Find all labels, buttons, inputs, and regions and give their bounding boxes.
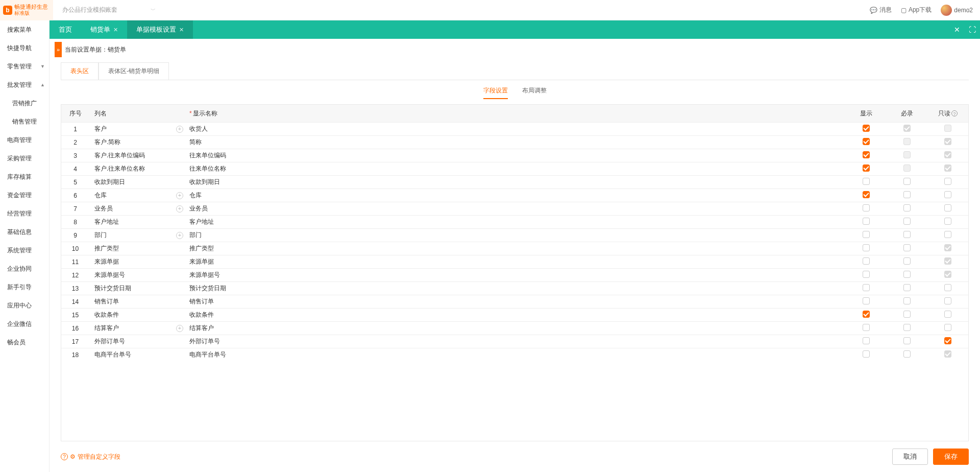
close-all-tabs-button[interactable]: ✕ (949, 20, 965, 39)
checkbox[interactable] (863, 337, 870, 344)
sidebar-item[interactable]: 基础信息 (0, 223, 49, 241)
sidebar-item[interactable]: 销售管理 (0, 112, 49, 131)
sidebar-item[interactable]: 经营管理 (0, 204, 49, 223)
checkbox[interactable] (944, 231, 951, 238)
sidebar-item[interactable]: 新手引导 (0, 278, 49, 296)
checkbox[interactable] (903, 271, 911, 278)
sidebar-item[interactable]: 快捷导航 (0, 39, 49, 57)
checkbox[interactable] (903, 204, 911, 211)
sidebar-item[interactable]: 资金管理 (0, 186, 49, 204)
display-name-cell[interactable]: 推广类型 (184, 244, 846, 253)
checkbox[interactable] (863, 231, 870, 238)
sidebar-item[interactable]: 搜索菜单 (0, 20, 49, 39)
sidebar-item[interactable]: 营销推广 (0, 94, 49, 112)
display-name-cell[interactable]: 仓库 (184, 191, 846, 200)
sidebar-item[interactable]: 企业协同 (0, 259, 49, 278)
plus-icon[interactable]: + (176, 192, 183, 199)
plus-icon[interactable]: + (176, 325, 183, 332)
section-tab[interactable]: 表体区-销货单明细 (99, 62, 169, 80)
checkbox[interactable] (863, 164, 870, 172)
checkbox[interactable] (944, 178, 951, 185)
checkbox[interactable] (863, 297, 870, 304)
checkbox[interactable] (903, 324, 911, 331)
display-name-cell[interactable]: 往来单位编码 (184, 151, 846, 160)
checkbox[interactable] (903, 337, 911, 344)
checkbox[interactable] (863, 191, 870, 198)
checkbox[interactable] (863, 138, 870, 145)
checkbox[interactable] (944, 297, 951, 304)
checkbox[interactable] (944, 284, 951, 291)
checkbox[interactable] (903, 311, 911, 318)
display-name-cell[interactable]: 简称 (184, 138, 846, 147)
checkbox[interactable] (903, 297, 911, 304)
sidebar-item[interactable]: 批发管理▲ (0, 76, 49, 94)
sidebar-item[interactable]: 应用中心 (0, 296, 49, 315)
display-name-cell[interactable]: 业务员 (184, 204, 846, 213)
checkbox[interactable] (903, 178, 911, 185)
account-set-selector[interactable]: 办公品行业模拟账套 ﹀ (62, 6, 156, 14)
checkbox[interactable] (863, 125, 870, 132)
checkbox[interactable] (903, 218, 911, 225)
tab[interactable]: 首页 (50, 20, 81, 39)
display-name-cell[interactable]: 外部订单号 (184, 337, 846, 346)
checkbox[interactable] (944, 218, 951, 225)
display-name-cell[interactable]: 收款到期日 (184, 178, 846, 186)
checkbox[interactable] (863, 178, 870, 185)
messages-button[interactable]: 💬 消息 (870, 6, 892, 14)
checkbox[interactable] (863, 244, 870, 251)
display-name-cell[interactable]: 结算客户 (184, 324, 846, 333)
display-name-cell[interactable]: 客户地址 (184, 218, 846, 226)
checkbox[interactable] (944, 191, 951, 198)
checkbox[interactable] (863, 311, 870, 318)
checkbox[interactable] (903, 191, 911, 198)
plus-icon[interactable]: + (176, 232, 183, 239)
sub-tab[interactable]: 布局调整 (522, 86, 547, 99)
close-icon[interactable]: ✕ (179, 27, 184, 33)
checkbox[interactable] (944, 311, 951, 318)
manage-custom-fields-link[interactable]: ? ⚙ 管理自定义字段 (61, 453, 120, 461)
checkbox[interactable] (863, 204, 870, 211)
checkbox[interactable] (863, 257, 870, 265)
display-name-cell[interactable]: 收款条件 (184, 311, 846, 319)
checkbox[interactable] (863, 284, 870, 291)
sidebar-item[interactable]: 系统管理 (0, 241, 49, 259)
checkbox[interactable] (863, 218, 870, 225)
tab[interactable]: 单据模板设置✕ (127, 20, 193, 39)
display-name-cell[interactable]: 来源单据 (184, 257, 846, 266)
tab[interactable]: 销货单✕ (81, 20, 127, 39)
checkbox[interactable] (863, 271, 870, 278)
checkbox[interactable] (903, 284, 911, 291)
display-name-cell[interactable]: 销售订单 (184, 297, 846, 306)
checkbox[interactable] (944, 337, 951, 344)
checkbox[interactable] (863, 350, 870, 358)
display-name-cell[interactable]: 预计交货日期 (184, 284, 846, 293)
save-button[interactable]: 保存 (933, 449, 969, 465)
section-tab[interactable]: 表头区 (61, 62, 99, 80)
sidebar-item[interactable]: 库存核算 (0, 168, 49, 186)
checkbox[interactable] (903, 244, 911, 251)
checkbox[interactable] (903, 350, 911, 358)
sidebar-item[interactable]: 采购管理 (0, 149, 49, 168)
display-name-cell[interactable]: 电商平台单号 (184, 350, 846, 359)
sidebar-item[interactable]: 零售管理▼ (0, 57, 49, 76)
checkbox[interactable] (903, 231, 911, 238)
fullscreen-button[interactable]: ⛶ (965, 20, 980, 39)
plus-icon[interactable]: + (176, 126, 183, 133)
sub-tab[interactable]: 字段设置 (483, 86, 508, 99)
checkbox[interactable] (903, 257, 911, 265)
plus-icon[interactable]: + (176, 205, 183, 213)
checkbox[interactable] (863, 324, 870, 331)
help-icon[interactable]: ? (951, 110, 958, 116)
sidebar-item[interactable]: 畅会员 (0, 333, 49, 351)
sidebar-item[interactable]: 企业微信 (0, 315, 49, 333)
cancel-button[interactable]: 取消 (892, 449, 928, 465)
brand[interactable]: b 畅捷通好生意 标准版 (0, 0, 53, 20)
sidebar-item[interactable]: 电商管理 (0, 131, 49, 149)
user-menu[interactable]: demo2 (941, 5, 973, 16)
display-name-cell[interactable]: 部门 (184, 231, 846, 240)
checkbox[interactable] (944, 324, 951, 331)
display-name-cell[interactable]: 往来单位名称 (184, 164, 846, 173)
checkbox[interactable] (944, 204, 951, 211)
close-icon[interactable]: ✕ (113, 27, 118, 33)
display-name-cell[interactable]: 来源单据号 (184, 271, 846, 279)
